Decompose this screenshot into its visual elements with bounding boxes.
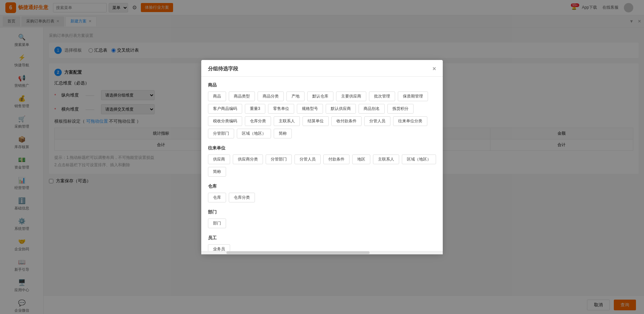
field-tag-1-4[interactable]: 付款条件 [323,154,350,164]
field-tag-0-16[interactable]: 仓库分类 [245,116,271,126]
modal-overlay: 分组待选字段 × 商品商品商品类型商品分类产地默认仓库主要供应商批次管理保质期管… [0,0,644,314]
field-category-title-2: 仓库 [208,183,436,189]
field-tag-1-0[interactable]: 供应商 [208,154,230,164]
field-tag-0-6[interactable]: 批次管理 [369,91,395,101]
field-tag-1-2[interactable]: 分管部门 [266,154,292,164]
field-tag-0-4[interactable]: 默认仓库 [307,91,333,101]
field-category-title-3: 部门 [208,209,436,215]
field-tag-0-23[interactable]: 区域（地区） [237,129,271,138]
field-tag-3-0[interactable]: 部门 [208,218,226,228]
field-tags-4: 业务员 [208,244,436,251]
field-category-2: 仓库仓库仓库分类 [208,183,436,202]
field-tag-0-14[interactable]: 拣货积分 [387,104,414,114]
field-tag-1-7[interactable]: 区域（地区） [402,154,436,164]
field-tag-0-1[interactable]: 商品类型 [229,91,255,101]
field-tag-1-1[interactable]: 供应商分类 [233,154,263,164]
field-tag-0-0[interactable]: 商品 [208,91,226,101]
field-tag-0-9[interactable]: 重量3 [245,104,265,114]
field-category-3: 部门部门 [208,209,436,228]
field-tag-2-0[interactable]: 仓库 [208,193,226,202]
field-tag-0-21[interactable]: 往来单位分类 [393,116,427,126]
modal-header: 分组待选字段 × [201,60,443,77]
modal-title: 分组待选字段 [208,66,238,72]
field-tag-1-6[interactable]: 主联系人 [373,154,399,164]
field-tag-0-19[interactable]: 收付款条件 [331,116,362,126]
modal: 分组待选字段 × 商品商品商品类型商品分类产地默认仓库主要供应商批次管理保质期管… [201,60,443,254]
field-category-4: 员工业务员 [208,235,436,251]
field-tag-0-12[interactable]: 默认供应商 [326,104,356,114]
field-tag-0-5[interactable]: 主要供应商 [336,91,366,101]
field-tags-1: 供应商供应商分类分管部门分管人员付款条件地区主联系人区域（地区）简称 [208,154,436,177]
field-tag-0-11[interactable]: 规格型号 [297,104,323,114]
field-category-title-1: 往来单位 [208,145,436,151]
field-tag-0-24[interactable]: 简称 [274,129,292,138]
field-tag-0-17[interactable]: 主联系人 [274,116,300,126]
field-tags-0: 商品商品类型商品分类产地默认仓库主要供应商批次管理保质期管理客户商品编码重量3零… [208,91,436,138]
modal-scrollbar[interactable] [201,251,443,254]
field-tag-0-18[interactable]: 结算单位 [303,116,329,126]
field-tag-0-3[interactable]: 产地 [286,91,305,101]
field-category-title-0: 商品 [208,82,436,88]
field-category-0: 商品商品商品类型商品分类产地默认仓库主要供应商批次管理保质期管理客户商品编码重量… [208,82,436,138]
field-category-title-4: 员工 [208,235,436,241]
field-tag-0-22[interactable]: 分管部门 [208,129,234,138]
field-tag-0-10[interactable]: 零售单位 [268,104,294,114]
field-category-1: 往来单位供应商供应商分类分管部门分管人员付款条件地区主联系人区域（地区）简称 [208,145,436,177]
field-tag-0-20[interactable]: 分管人员 [364,116,390,126]
field-tag-4-0[interactable]: 业务员 [208,244,230,251]
field-tag-0-8[interactable]: 客户商品编码 [208,104,242,114]
field-tag-2-1[interactable]: 仓库分类 [229,193,255,202]
field-tags-2: 仓库仓库分类 [208,193,436,202]
modal-scrollbar-thumb[interactable] [226,251,370,254]
field-tag-1-5[interactable]: 地区 [352,154,370,164]
field-tag-0-13[interactable]: 商品别名 [359,104,385,114]
modal-body: 商品商品商品类型商品分类产地默认仓库主要供应商批次管理保质期管理客户商品编码重量… [201,77,443,251]
field-tags-3: 部门 [208,218,436,228]
field-tag-1-3[interactable]: 分管人员 [294,154,321,164]
field-tag-0-7[interactable]: 保质期管理 [398,91,428,101]
modal-close-button[interactable]: × [432,65,436,72]
field-tag-1-8[interactable]: 简称 [208,167,226,177]
field-tag-0-2[interactable]: 商品分类 [258,91,284,101]
field-tag-0-15[interactable]: 税收分类编码 [208,116,242,126]
